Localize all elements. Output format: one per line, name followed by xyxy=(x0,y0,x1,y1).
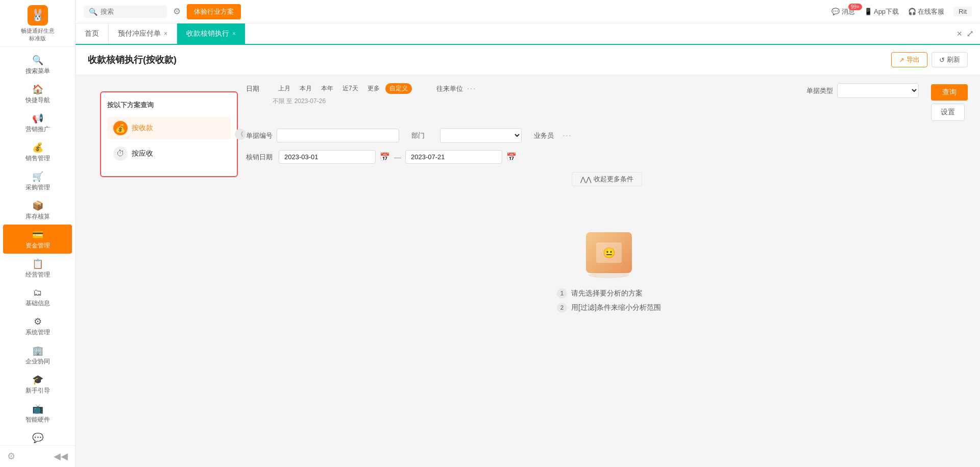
industry-solution-button[interactable]: 体验行业方案 xyxy=(187,4,241,19)
sidebar-item-quicknav[interactable]: 🏠 快捷导航 xyxy=(0,79,75,108)
header-right: 💬 消息 99+ 📱 App下载 🎧 在线客服 Rit xyxy=(831,7,972,16)
sidebar-item-hardware[interactable]: 📺 智能硬件 xyxy=(0,399,75,428)
verify-date-from-input[interactable] xyxy=(279,150,376,164)
query-button[interactable]: 查询 xyxy=(931,84,968,101)
sidebar-item-basic[interactable]: 🗂 基础信息 xyxy=(0,283,75,311)
date-btn-more[interactable]: 更多 xyxy=(364,83,383,94)
app-icon: 📱 xyxy=(864,8,872,15)
basic-icon: 🗂 xyxy=(33,287,42,298)
date-btn-this-month[interactable]: 本月 xyxy=(296,83,315,94)
inventory-icon: 📦 xyxy=(32,200,43,211)
message-icon: 💬 xyxy=(831,8,840,15)
message-badge: 99+ xyxy=(848,4,862,10)
header-app-download[interactable]: 📱 App下载 xyxy=(864,7,899,16)
empty-hint-1: 1 请先选择要分析的方案 xyxy=(557,288,661,299)
by-receivable-icon: ⏱ xyxy=(113,146,128,161)
voucher-type-select[interactable] xyxy=(837,83,919,98)
tab-prepay[interactable]: 预付冲应付单 × xyxy=(109,23,177,44)
date-filter-group: 日期 上月 本月 本年 近7天 更多 自定义 xyxy=(246,83,412,106)
main-content: 🔍 ⚙ 体验行业方案 💬 消息 99+ 📱 App下载 🎧 在线客服 Rit xyxy=(76,0,980,467)
verify-date-to-input[interactable] xyxy=(405,150,502,164)
filter-row-1: 日期 上月 本月 本年 近7天 更多 自定义 xyxy=(246,83,968,121)
home-icon: 🏠 xyxy=(32,84,43,95)
empty-state-area: 😐 1 请先选择要分析的方案 2 用[过滤]条件来缩小分析范围 xyxy=(238,191,980,343)
dept-label: 部门 xyxy=(411,131,436,140)
filter-row-2: 单据编号 部门 业务员 ··· xyxy=(246,128,968,143)
dept-select[interactable] xyxy=(440,128,522,143)
export-icon: ↗ xyxy=(899,56,904,64)
empty-hint-2: 2 用[过滤]条件来缩小分析范围 xyxy=(557,303,661,313)
voucher-type-filter-group: 单据类型 xyxy=(806,83,919,98)
collapse-more-button[interactable]: ⋀⋀ 收起更多条件 xyxy=(572,172,642,186)
date-btn-7days[interactable]: 近7天 xyxy=(339,83,362,94)
logo-icon: 🐰 xyxy=(28,5,48,26)
header-user[interactable]: Rit xyxy=(953,7,972,16)
tabs-window-controls: × ⤢ xyxy=(950,23,980,44)
page-title: 收款核销执行(按收款) xyxy=(88,54,177,73)
staff-dots[interactable]: ··· xyxy=(562,130,572,141)
filter-option-by-receipt[interactable]: 💰 按收款 xyxy=(107,117,231,139)
sidebar-item-marketing[interactable]: 📢 营销推广 xyxy=(0,108,75,137)
sidebar-item-enterprise[interactable]: 🏢 企业协同 xyxy=(0,340,75,370)
system-icon: ⚙ xyxy=(34,316,42,327)
service-icon: 🎧 xyxy=(908,8,916,15)
header-search-box[interactable]: 🔍 xyxy=(84,6,167,18)
date-btn-last-month[interactable]: 上月 xyxy=(275,83,294,94)
header-search-input[interactable] xyxy=(101,8,162,15)
dept-filter-group: 部门 xyxy=(411,128,522,143)
empty-illustration: 😐 xyxy=(578,222,640,278)
sidebar-item-search[interactable]: 🔍 搜索菜单 xyxy=(0,50,75,79)
refresh-icon: ↺ xyxy=(939,56,945,64)
page-header: 收款核销执行(按收款) ↗ 导出 ↺ 刷新 xyxy=(76,45,980,75)
sidebar-item-management[interactable]: 📋 经营管理 xyxy=(0,254,75,283)
panel-collapse-button[interactable]: 《 xyxy=(235,129,246,140)
export-button[interactable]: ↗ 导出 xyxy=(891,52,927,67)
filter-option-by-receivable[interactable]: ⏱ 按应收 xyxy=(107,142,231,165)
chevron-up-icon: ⋀⋀ xyxy=(580,176,592,183)
collapse-sidebar-icon[interactable]: ◀◀ xyxy=(54,451,68,462)
counterpart-dots[interactable]: ··· xyxy=(467,83,476,94)
date-btn-this-year[interactable]: 本年 xyxy=(317,83,337,94)
sidebar-item-funds[interactable]: 💳 资金管理 xyxy=(3,225,72,254)
date-quick-row: 日期 上月 本月 本年 近7天 更多 自定义 xyxy=(246,83,412,94)
window-close-icon[interactable]: × xyxy=(957,29,962,39)
tab-prepay-close[interactable]: × xyxy=(164,30,167,37)
left-panel-wrapper: 按以下方案查询 💰 按收款 ⏱ 按应收 《 xyxy=(76,75,238,467)
voucher-no-label: 单据编号 xyxy=(246,131,273,140)
management-icon: 📋 xyxy=(32,258,43,269)
sidebar-item-wechat[interactable]: 💬 企业微信 xyxy=(0,428,75,445)
date-btn-custom[interactable]: 自定义 xyxy=(385,83,412,94)
sidebar-item-inventory[interactable]: 📦 库存核算 xyxy=(0,195,75,225)
window-expand-icon[interactable]: ⤢ xyxy=(966,28,974,39)
date-quick-buttons: 上月 本月 本年 近7天 更多 自定义 xyxy=(275,83,412,94)
staff-label: 业务员 xyxy=(534,131,558,140)
tabs-bar: 首页 预付冲应付单 × 收款核销执行 × × ⤢ xyxy=(76,23,980,45)
settings-button[interactable]: 设置 xyxy=(931,104,965,121)
wechat-icon: 💬 xyxy=(32,432,43,444)
sidebar-item-guide[interactable]: 🎓 新手引导 xyxy=(0,370,75,399)
funds-icon: 💳 xyxy=(32,229,43,240)
date-label: 日期 xyxy=(246,84,271,93)
calendar-from-icon[interactable]: 📅 xyxy=(380,152,390,162)
sidebar-item-purchase[interactable]: 🛒 采购管理 xyxy=(0,166,75,195)
refresh-button[interactable]: ↺ 刷新 xyxy=(932,52,968,67)
empty-box-face: 😐 xyxy=(596,242,622,263)
sidebar-footer: ⚙ ◀◀ xyxy=(0,445,75,467)
voucher-no-input[interactable] xyxy=(277,129,399,142)
sidebar: 🐰 畅捷通好生意 标准版 🔍 搜索菜单 🏠 快捷导航 📢 营销推广 💰 销售管理… xyxy=(0,0,76,467)
header-message[interactable]: 💬 消息 99+ xyxy=(831,7,855,16)
header-gear-icon[interactable]: ⚙ xyxy=(173,6,181,17)
calendar-to-icon[interactable]: 📅 xyxy=(506,152,517,162)
sidebar-item-system[interactable]: ⚙ 系统管理 xyxy=(0,311,75,340)
header-left: 🔍 ⚙ 体验行业方案 xyxy=(84,4,241,19)
tab-home[interactable]: 首页 xyxy=(76,23,109,44)
top-header: 🔍 ⚙ 体验行业方案 💬 消息 99+ 📱 App下载 🎧 在线客服 Rit xyxy=(76,0,980,23)
voucher-type-label: 单据类型 xyxy=(806,86,833,95)
sidebar-item-sales[interactable]: 💰 销售管理 xyxy=(0,137,75,166)
tab-collect[interactable]: 收款核销执行 × xyxy=(177,23,246,44)
tab-collect-close[interactable]: × xyxy=(232,30,236,37)
header-online-service[interactable]: 🎧 在线客服 xyxy=(908,7,944,16)
empty-shadow xyxy=(589,272,629,278)
settings-icon[interactable]: ⚙ xyxy=(7,451,15,462)
counterpart-filter-group: 往来单位 ··· xyxy=(436,83,476,94)
